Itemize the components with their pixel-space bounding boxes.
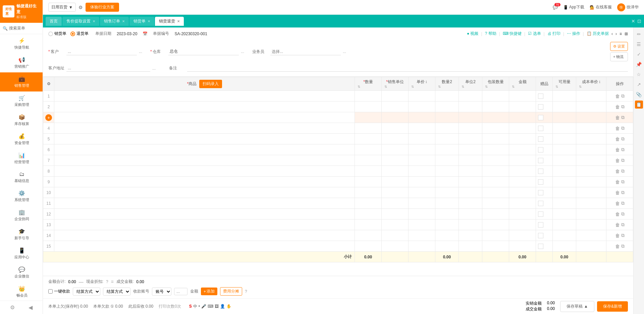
copy-row-6[interactable]: ⧉ bbox=[621, 147, 625, 152]
sidebar-item-apps[interactable]: 📱 应用中心 bbox=[0, 244, 43, 263]
gift-checkbox-4[interactable] bbox=[538, 126, 543, 131]
right-icon-share[interactable]: ↗ bbox=[635, 80, 643, 88]
right-icon-check[interactable]: ✓ bbox=[635, 50, 643, 58]
copy-row-13[interactable]: ⧉ bbox=[621, 222, 625, 228]
sidebar-item-member[interactable]: 👑 畅会员 bbox=[0, 282, 43, 301]
save-new-button[interactable]: 保存&新增 bbox=[597, 301, 628, 312]
copy-row-14[interactable]: ⧉ bbox=[621, 233, 625, 238]
qty-cell-1[interactable] bbox=[355, 91, 382, 102]
delete-row-1[interactable]: 🗑 bbox=[615, 93, 620, 99]
account-dots-input[interactable] bbox=[174, 288, 187, 295]
sidebar-item-basic[interactable]: 🗂 基础信息 bbox=[0, 168, 43, 187]
online-service-button[interactable]: 💁 在线客服 bbox=[590, 4, 612, 10]
customer-dots[interactable]: ... bbox=[139, 49, 142, 54]
tab-sales-order[interactable]: 销售订单 ✕ bbox=[100, 17, 129, 26]
add-row-cell[interactable]: + bbox=[43, 112, 54, 123]
unit2-cell-1[interactable] bbox=[459, 91, 482, 102]
tab-sales-delivery-close[interactable]: ✕ bbox=[148, 19, 150, 23]
delete-row-12[interactable]: 🗑 bbox=[615, 211, 620, 217]
delete-row-5[interactable]: 🗑 bbox=[615, 136, 620, 142]
copy-row-12[interactable]: ⧉ bbox=[621, 211, 625, 217]
gift-checkbox-11[interactable] bbox=[538, 201, 543, 206]
salesman-input[interactable] bbox=[270, 48, 341, 55]
close-tab-button[interactable]: ✕ bbox=[631, 18, 635, 24]
cost-price-cell-1[interactable] bbox=[576, 91, 606, 102]
tab-price-setting[interactable]: 售价提取设置 ✕ bbox=[62, 17, 99, 26]
qty2-cell-1[interactable] bbox=[435, 91, 459, 102]
delete-row-4[interactable]: 🗑 bbox=[615, 126, 620, 131]
available-cell-1[interactable] bbox=[553, 91, 576, 102]
gift-cell-1[interactable] bbox=[536, 91, 553, 102]
amount-cell-1[interactable] bbox=[509, 91, 536, 102]
print-btn[interactable]: 🖨 打印 bbox=[547, 31, 560, 37]
sidebar-item-system[interactable]: ⚙️ 系统管理 bbox=[0, 187, 43, 206]
app-download-button[interactable]: 📱 App下载 bbox=[563, 4, 584, 10]
copy-row-8[interactable]: ⧉ bbox=[621, 168, 625, 174]
copy-row-4[interactable]: ⧉ bbox=[621, 125, 625, 131]
delete-row-10[interactable]: 🗑 bbox=[615, 190, 620, 195]
scan-button[interactable]: 扫码录入 bbox=[199, 80, 222, 88]
customer-input[interactable] bbox=[66, 48, 137, 55]
list-view-btn[interactable]: ≡ bbox=[620, 32, 622, 36]
operations-btn[interactable]: ⋯ 操作 bbox=[567, 31, 580, 37]
calc-method-select[interactable]: 结算方式 bbox=[103, 288, 130, 296]
tab-sales-return[interactable]: 销货退货 ✕ bbox=[155, 17, 184, 26]
gift-checkbox-13[interactable] bbox=[538, 222, 543, 228]
product-cell-1[interactable] bbox=[54, 91, 355, 102]
video-btn[interactable]: ● 视频 bbox=[467, 31, 479, 37]
sidebar-item-shortcuts[interactable]: ⚡ 快捷导航 bbox=[0, 34, 43, 53]
settle-method-select[interactable]: 结算方式 bbox=[73, 288, 100, 296]
right-icon-list[interactable]: ☰ bbox=[635, 40, 643, 48]
sidebar-settings-btn[interactable]: ⚙ bbox=[10, 304, 15, 311]
sidebar-item-purchase[interactable]: 🛒 采购管理 bbox=[0, 91, 43, 111]
copy-row-9[interactable]: ⧉ bbox=[621, 179, 625, 185]
fee-help-icon[interactable]: ? bbox=[245, 289, 247, 294]
discount-help-icon[interactable]: ? bbox=[106, 279, 108, 284]
delete-row-8[interactable]: 🗑 bbox=[615, 169, 620, 174]
copy-row-7[interactable]: ⧉ bbox=[621, 158, 625, 163]
return-radio[interactable]: 退货单 bbox=[70, 31, 89, 37]
fee-split-button[interactable]: 费用分摊 bbox=[220, 287, 242, 296]
gift-checkbox-1[interactable] bbox=[538, 93, 543, 99]
experience-button[interactable]: 体验行业方案 bbox=[86, 3, 119, 12]
tab-sales-order-close[interactable]: ✕ bbox=[122, 19, 125, 23]
gift-checkbox-12[interactable] bbox=[538, 211, 543, 217]
sidebar-item-marketing[interactable]: 📢 营销推广 bbox=[0, 53, 43, 72]
address-dots[interactable]: ... bbox=[152, 66, 156, 71]
right-icon-star[interactable]: ☆ bbox=[635, 70, 643, 78]
sidebar-item-newbie[interactable]: 🎓 新手引导 bbox=[0, 225, 43, 244]
gift-checkbox-8[interactable] bbox=[538, 169, 543, 174]
gift-checkbox-15[interactable] bbox=[538, 244, 543, 249]
next-record-btn[interactable]: › bbox=[615, 32, 617, 36]
daily-category-select[interactable]: 日用百货 ▼ bbox=[48, 3, 76, 12]
maximize-button[interactable]: ⊡ bbox=[637, 18, 641, 24]
gift-checkbox-active[interactable] bbox=[538, 115, 543, 120]
tab-price-setting-close[interactable]: ✕ bbox=[93, 19, 95, 23]
note-input[interactable] bbox=[187, 65, 628, 72]
tab-sales-delivery[interactable]: 销货单 ✕ bbox=[129, 17, 154, 26]
copy-row-15[interactable]: ⧉ bbox=[621, 243, 625, 249]
delete-row-6[interactable]: 🗑 bbox=[615, 147, 620, 152]
copy-row-10[interactable]: ⧉ bbox=[621, 190, 625, 195]
gift-checkbox-5[interactable] bbox=[538, 136, 543, 142]
sidebar-item-sales[interactable]: 💼 销售管理 bbox=[0, 72, 43, 91]
calendar-icon[interactable]: 📅 bbox=[143, 32, 148, 36]
one-click-pay-checkbox[interactable]: 一键收款 bbox=[48, 289, 70, 294]
delete-row-7[interactable]: 🗑 bbox=[615, 158, 620, 163]
history-btn[interactable]: 📋 历史单据 bbox=[587, 31, 609, 37]
gift-checkbox-10[interactable] bbox=[538, 190, 543, 195]
right-icon-active[interactable]: 📋 bbox=[635, 101, 643, 109]
product-input-active[interactable] bbox=[56, 115, 353, 120]
sales-unit-cell-1[interactable] bbox=[382, 91, 409, 102]
warehouse-input[interactable] bbox=[168, 48, 239, 55]
add-payment-button[interactable]: + 添加 bbox=[201, 288, 217, 295]
tab-sales-return-close[interactable]: ✕ bbox=[177, 19, 180, 23]
one-click-pay-input[interactable] bbox=[48, 289, 53, 294]
add-row-button[interactable]: + bbox=[45, 114, 52, 121]
delivery-radio[interactable]: 销货单 bbox=[48, 31, 66, 37]
logistics-btn[interactable]: + 物流 bbox=[610, 52, 628, 61]
message-button[interactable]: 💬 70 bbox=[553, 5, 558, 10]
address-input[interactable] bbox=[66, 65, 150, 72]
sidebar-search[interactable]: 🔍 搜索菜单 bbox=[0, 23, 43, 34]
user-menu[interactable]: 徐 徐泽华 bbox=[617, 3, 639, 11]
